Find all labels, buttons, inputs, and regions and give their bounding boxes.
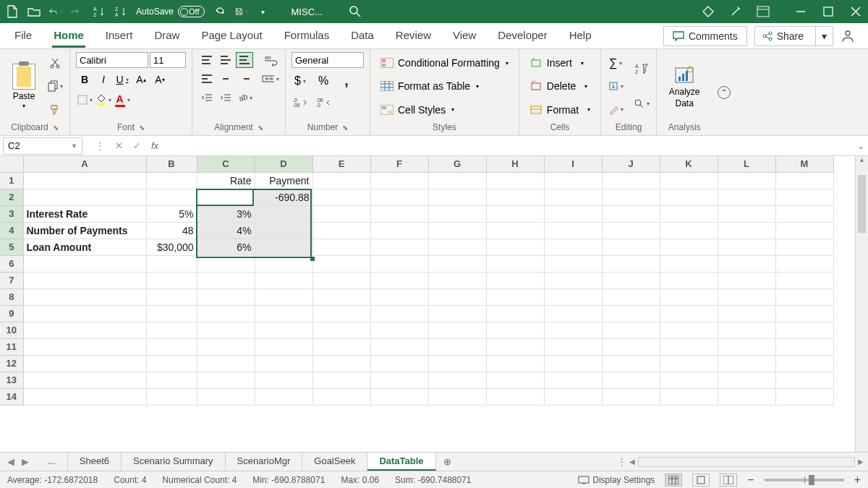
search-icon[interactable] bbox=[349, 5, 362, 18]
cell-D3[interactable] bbox=[255, 205, 312, 222]
cell-M10[interactable] bbox=[775, 322, 833, 338]
hscroll-left-icon[interactable]: ◀ bbox=[629, 458, 635, 466]
cell-A7[interactable] bbox=[23, 272, 146, 288]
col-header-I[interactable]: I bbox=[544, 156, 602, 172]
cell-C7[interactable] bbox=[197, 272, 255, 288]
autosave-toggle[interactable]: AutoSave Off bbox=[136, 6, 205, 17]
maximize-icon[interactable] bbox=[822, 5, 835, 18]
col-header-L[interactable]: L bbox=[718, 156, 775, 172]
row-header-13[interactable]: 13 bbox=[0, 372, 23, 388]
analyze-data-button[interactable]: AnalyzeData bbox=[663, 52, 706, 121]
cell-K9[interactable] bbox=[660, 305, 718, 322]
cell-D6[interactable] bbox=[255, 255, 312, 272]
cell-C2[interactable] bbox=[197, 189, 255, 205]
cell-E13[interactable] bbox=[312, 372, 370, 388]
font-launcher-icon[interactable]: ⬊ bbox=[139, 124, 145, 132]
cell-I9[interactable] bbox=[544, 305, 602, 322]
cell-F2[interactable] bbox=[370, 189, 428, 205]
cell-J12[interactable] bbox=[602, 355, 660, 372]
cell-M14[interactable] bbox=[775, 388, 833, 405]
cell-F4[interactable] bbox=[370, 222, 428, 239]
cell-L3[interactable] bbox=[718, 205, 775, 222]
cell-F1[interactable] bbox=[370, 172, 428, 189]
normal-view-icon[interactable] bbox=[665, 474, 682, 487]
collapse-ribbon-icon[interactable]: ⌃ bbox=[718, 86, 731, 99]
new-file-icon[interactable] bbox=[6, 5, 19, 18]
comma-icon[interactable]: , bbox=[338, 72, 355, 90]
grid[interactable]: ABCDEFGHIJKLM1RatePayment2-690.883Intere… bbox=[0, 156, 855, 452]
cell-G2[interactable] bbox=[428, 189, 486, 205]
cell-J10[interactable] bbox=[602, 322, 660, 338]
cell-C4[interactable]: 4% bbox=[197, 222, 255, 239]
cell-H9[interactable] bbox=[486, 305, 544, 322]
sort-desc-icon[interactable]: ZA bbox=[114, 5, 127, 18]
cell-H7[interactable] bbox=[486, 272, 544, 288]
cell-D10[interactable] bbox=[255, 322, 312, 338]
format-as-table-button[interactable]: Format as Table▾ bbox=[376, 78, 513, 94]
cell-L10[interactable] bbox=[718, 322, 775, 338]
cell-M12[interactable] bbox=[775, 355, 833, 372]
vertical-scrollbar[interactable]: ▲ bbox=[855, 156, 868, 452]
cell-G12[interactable] bbox=[428, 355, 486, 372]
row-header-3[interactable]: 3 bbox=[0, 205, 23, 222]
font-name-select[interactable] bbox=[76, 52, 148, 68]
font-size-select[interactable] bbox=[150, 52, 186, 68]
cell-A13[interactable] bbox=[23, 372, 146, 388]
fb-spill-icon[interactable]: ⋮ bbox=[95, 140, 105, 151]
tab-insert[interactable]: Insert bbox=[104, 25, 135, 48]
cell-L8[interactable] bbox=[718, 288, 775, 305]
cell-L1[interactable] bbox=[718, 172, 775, 189]
clear-icon[interactable] bbox=[607, 101, 624, 119]
col-header-M[interactable]: M bbox=[775, 156, 833, 172]
cell-G13[interactable] bbox=[428, 372, 486, 388]
cell-I1[interactable] bbox=[544, 172, 602, 189]
cell-J7[interactable] bbox=[602, 272, 660, 288]
cancel-formula-icon[interactable]: ✕ bbox=[115, 140, 123, 151]
cell-H8[interactable] bbox=[486, 288, 544, 305]
copy-icon[interactable] bbox=[46, 77, 64, 95]
cell-F3[interactable] bbox=[370, 205, 428, 222]
cell-C1[interactable]: Rate bbox=[197, 172, 255, 189]
cell-K6[interactable] bbox=[660, 255, 718, 272]
cell-A5[interactable]: Loan Amount bbox=[23, 239, 146, 255]
cell-J11[interactable] bbox=[602, 338, 660, 355]
cell-B5[interactable]: $30,000 bbox=[146, 239, 197, 255]
cell-M11[interactable] bbox=[775, 338, 833, 355]
sheet-tab-datatable[interactable]: DataTable bbox=[367, 453, 435, 471]
cell-G6[interactable] bbox=[428, 255, 486, 272]
find-select-icon[interactable] bbox=[633, 95, 650, 113]
cell-L13[interactable] bbox=[718, 372, 775, 388]
cell-A4[interactable]: Number of Payments bbox=[23, 222, 146, 239]
cell-I6[interactable] bbox=[544, 255, 602, 272]
cell-D9[interactable] bbox=[255, 305, 312, 322]
col-header-E[interactable]: E bbox=[312, 156, 370, 172]
cell-L12[interactable] bbox=[718, 355, 775, 372]
cell-A1[interactable] bbox=[23, 172, 146, 189]
cell-K8[interactable] bbox=[660, 288, 718, 305]
cell-D5[interactable] bbox=[255, 239, 312, 255]
cell-B13[interactable] bbox=[146, 372, 197, 388]
minimize-icon[interactable] bbox=[794, 5, 807, 18]
cell-K10[interactable] bbox=[660, 322, 718, 338]
insert-cells-button[interactable]: Insert▾ bbox=[525, 55, 595, 71]
row-header-5[interactable]: 5 bbox=[0, 239, 23, 255]
cell-F10[interactable] bbox=[370, 322, 428, 338]
cell-C14[interactable] bbox=[197, 388, 255, 405]
row-header-8[interactable]: 8 bbox=[0, 288, 23, 305]
cell-G7[interactable] bbox=[428, 272, 486, 288]
cell-G14[interactable] bbox=[428, 388, 486, 405]
cell-J1[interactable] bbox=[602, 172, 660, 189]
cell-E2[interactable] bbox=[312, 189, 370, 205]
cell-B1[interactable] bbox=[146, 172, 197, 189]
tab-help[interactable]: Help bbox=[568, 25, 593, 48]
cell-I3[interactable] bbox=[544, 205, 602, 222]
cell-A3[interactable]: Interest Rate bbox=[23, 205, 146, 222]
cell-B7[interactable] bbox=[146, 272, 197, 288]
cell-J4[interactable] bbox=[602, 222, 660, 239]
cell-F8[interactable] bbox=[370, 288, 428, 305]
row-header-6[interactable]: 6 bbox=[0, 255, 23, 272]
font-color-icon[interactable]: A bbox=[114, 91, 131, 108]
col-header-D[interactable]: D bbox=[255, 156, 312, 172]
cell-C3[interactable]: 3% bbox=[197, 205, 255, 222]
conditional-formatting-button[interactable]: Conditional Formatting▾ bbox=[376, 55, 513, 71]
